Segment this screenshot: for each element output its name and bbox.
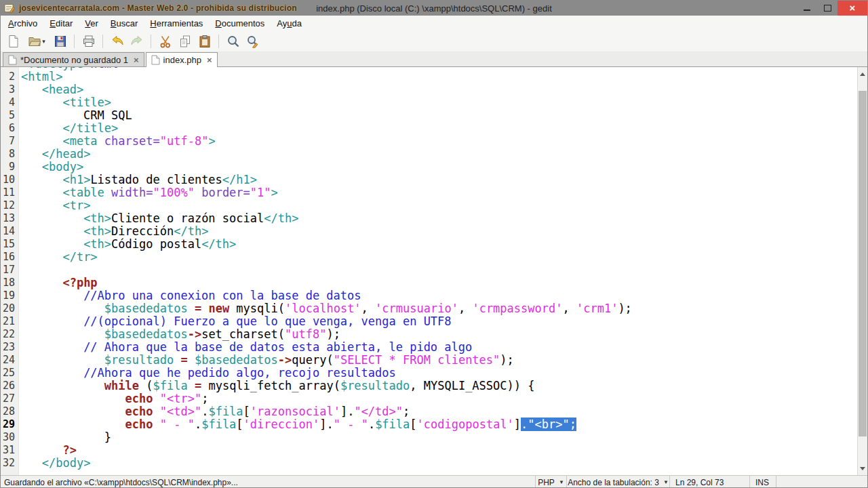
menu-item-buscar[interactable]: Buscar xyxy=(104,16,144,30)
code-text[interactable]: // Ahora que la base de datos esta abier… xyxy=(18,341,472,354)
code-text[interactable]: <th>Dirección</th> xyxy=(18,225,208,238)
code-text[interactable]: <title> xyxy=(18,96,111,109)
tab-label: *Documento no guardado 1 xyxy=(20,55,128,65)
cut-button[interactable] xyxy=(156,33,174,50)
code-text[interactable]: <table width="100%" border="1"> xyxy=(18,186,278,199)
code-text[interactable]: </body> xyxy=(18,457,90,470)
menu-item-ver[interactable]: Ver xyxy=(79,16,104,30)
code-line: 15 <th>Código postal</th> xyxy=(1,238,867,251)
code-text[interactable]: echo "<td>".$fila['razonsocial']."</td>"… xyxy=(18,405,410,418)
tab-index-php[interactable]: index.php× xyxy=(146,52,218,67)
code-line: 13 <th>Cliente o razón social</th> xyxy=(1,212,867,225)
menu-item-ayuda[interactable]: Ayuda xyxy=(271,16,308,30)
code-text[interactable]: <meta charset="utf-8"> xyxy=(18,135,216,148)
code-line: 7 <meta charset="utf-8"> xyxy=(1,135,867,148)
code-text[interactable] xyxy=(18,264,21,277)
code-line: 25 //Ahora que he pedido algo, recojo re… xyxy=(1,367,867,380)
code-text[interactable]: <head> xyxy=(18,83,83,96)
title-bar[interactable]: josevicentecarratala.com - Master Web 2.… xyxy=(1,1,867,16)
editor[interactable]: 1<!doctype html>2<html>3 <head>4 <title>… xyxy=(1,67,867,475)
tab-width-selector[interactable]: Ancho de la tabulación: 3 ▼ xyxy=(566,476,669,488)
code-text[interactable]: //Ahora que he pedido algo, recojo resul… xyxy=(18,367,396,380)
code-text[interactable]: <tr> xyxy=(18,199,90,212)
scroll-up-button[interactable] xyxy=(858,68,867,79)
open-document-button[interactable]: ▾ xyxy=(24,33,50,50)
code-line: 14 <th>Dirección</th> xyxy=(1,225,867,238)
code-text[interactable]: <th>Cliente o razón social</th> xyxy=(18,212,298,225)
save-button[interactable] xyxy=(51,33,69,50)
code-area[interactable]: 1<!doctype html>2<html>3 <head>4 <title>… xyxy=(1,67,867,470)
open-document-icon xyxy=(28,35,41,48)
code-text[interactable]: ?> xyxy=(18,444,77,457)
language-selector[interactable]: PHP ▼ xyxy=(535,476,566,488)
line-number: 22 xyxy=(1,328,18,341)
line-number: 12 xyxy=(1,199,18,212)
line-number: 9 xyxy=(1,161,18,174)
code-line: 26 while ($fila = mysqli_fetch_array($re… xyxy=(1,380,867,392)
code-text[interactable]: <h1>Listado de clientes</h1> xyxy=(18,174,257,186)
menu-item-documentos[interactable]: Documentos xyxy=(209,16,271,30)
line-number: 5 xyxy=(1,109,18,122)
minimize-icon xyxy=(804,9,810,11)
undo-icon xyxy=(111,35,124,48)
code-text[interactable]: </tr> xyxy=(18,251,98,264)
line-number: 29 xyxy=(1,418,18,431)
menu-item-archivo[interactable]: Archivo xyxy=(2,16,43,30)
code-text[interactable]: $resultado = $basededatos->query("SELECT… xyxy=(18,354,514,367)
code-line: 31 ?> xyxy=(1,444,867,457)
menu-bar: ArchivoEditarVerBuscarHerramientasDocume… xyxy=(1,16,867,31)
cut-icon xyxy=(159,35,172,48)
tab--documento-no-guardado-1[interactable]: *Documento no guardado 1× xyxy=(3,52,144,66)
code-text[interactable]: <?php xyxy=(18,277,98,289)
code-text[interactable]: <th>Código postal</th> xyxy=(18,238,236,251)
code-text[interactable]: <body> xyxy=(18,161,83,174)
find-button[interactable] xyxy=(224,33,242,50)
line-number: 25 xyxy=(1,367,18,380)
copy-button[interactable] xyxy=(176,33,194,50)
tab-width-label: Ancho de la tabulación: xyxy=(568,478,652,487)
code-text[interactable]: } xyxy=(18,431,111,444)
toolbar-separator xyxy=(74,35,75,48)
tab-close-icon[interactable]: × xyxy=(207,56,212,64)
code-line: 24 $resultado = $basededatos->query("SEL… xyxy=(1,354,867,367)
line-number: 8 xyxy=(1,148,18,161)
code-text[interactable]: echo "<tr>"; xyxy=(18,392,208,405)
code-text[interactable]: //(opcional) Fuerzo a que lo que venga, … xyxy=(18,315,452,328)
code-text[interactable]: $basededatos->set_charset("utf8"); xyxy=(18,328,340,341)
print-button[interactable] xyxy=(79,33,98,50)
close-button[interactable]: × xyxy=(837,1,867,16)
code-text[interactable]: <html> xyxy=(18,70,62,83)
menu-item-editar[interactable]: Editar xyxy=(43,16,79,30)
status-spacer xyxy=(776,476,867,488)
menu-item-herramientas[interactable]: Herramientas xyxy=(144,16,209,30)
tab-close-icon[interactable]: × xyxy=(134,56,139,64)
code-line: 11 <table width="100%" border="1"> xyxy=(1,186,867,199)
code-text[interactable]: echo " - ".$fila['direccion']." - ".$fil… xyxy=(18,418,576,431)
undo-button[interactable] xyxy=(108,33,126,50)
find-replace-button[interactable] xyxy=(243,33,262,50)
chevron-down-icon: ▼ xyxy=(559,479,564,485)
restore-button[interactable] xyxy=(817,1,837,16)
scrollbar-thumb[interactable] xyxy=(859,91,867,436)
line-number: 19 xyxy=(1,289,18,302)
vertical-scrollbar[interactable] xyxy=(857,67,867,475)
code-text[interactable]: $basededatos = new mysqli('localhost', '… xyxy=(18,302,632,315)
watermark-text: josevicentecarratala.com - Master Web 2.… xyxy=(19,3,297,13)
minimize-button[interactable] xyxy=(797,1,817,16)
code-text[interactable]: CRM SQL xyxy=(18,109,132,122)
line-number: 24 xyxy=(1,354,18,367)
code-text[interactable]: </title> xyxy=(18,122,118,135)
code-text[interactable]: </head> xyxy=(18,148,90,161)
code-text[interactable]: //Abro una conexion con la base de datos xyxy=(18,289,361,302)
gedit-app-icon xyxy=(4,3,15,14)
scroll-up-icon xyxy=(860,73,865,76)
line-number: 21 xyxy=(1,315,18,328)
paste-button[interactable] xyxy=(195,33,214,50)
code-line: 9 <body> xyxy=(1,161,867,174)
code-line: 4 <title> xyxy=(1,96,867,109)
scroll-down-button[interactable] xyxy=(858,463,867,474)
new-document-button[interactable] xyxy=(4,33,22,50)
code-line: 16 </tr> xyxy=(1,251,867,264)
code-line: 29 echo " - ".$fila['direccion']." - ".$… xyxy=(1,418,867,431)
code-text[interactable]: while ($fila = mysqli_fetch_array($resul… xyxy=(18,380,534,392)
